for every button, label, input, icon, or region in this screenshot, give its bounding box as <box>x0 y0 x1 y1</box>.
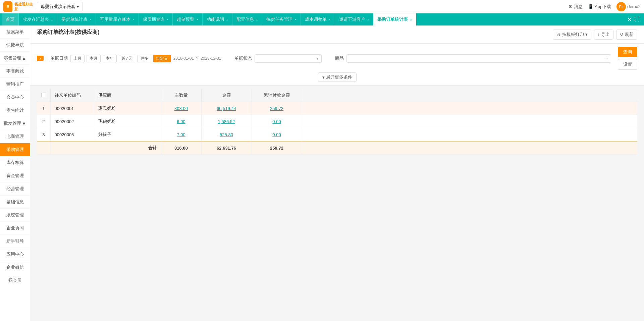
sidebar-item-label: 新手引导 <box>6 238 24 244</box>
tab-receive-send[interactable]: 收发存汇总表 × <box>19 13 57 25</box>
user-profile[interactable]: Ea demo2 <box>616 2 641 11</box>
cell-code: 00020002 <box>50 115 94 128</box>
cell-qty[interactable]: 303.00 <box>161 102 201 115</box>
th-paid: 累计付款金额 <box>252 89 302 102</box>
printer-icon: 🖨 <box>556 32 561 37</box>
tab-expiry-query[interactable]: 保质期查询 × <box>139 13 173 25</box>
close-icon[interactable]: × <box>132 18 135 21</box>
close-icon[interactable]: × <box>329 18 331 21</box>
goods-search-input[interactable] <box>347 55 602 62</box>
date-btn-last-month[interactable]: 上月 <box>70 55 85 62</box>
cell-paid[interactable]: 0.00 <box>252 128 302 142</box>
close-icon[interactable]: × <box>90 18 92 21</box>
date-btn-custom[interactable]: 自定义 <box>153 55 171 62</box>
tab-home[interactable]: 首页 <box>2 13 19 25</box>
sidebar-item-enterprise-wechat[interactable]: 企业微信 <box>0 261 30 274</box>
sidebar-item-system-mgmt[interactable]: 系统管理 <box>0 209 30 222</box>
sidebar-item-newbie-guide[interactable]: 新手引导 <box>0 235 30 248</box>
goods-input-more-icon[interactable]: ··· <box>602 55 611 62</box>
close-icon[interactable]: × <box>167 18 169 21</box>
sidebar-item-app-center[interactable]: 应用中心 <box>0 248 30 261</box>
avatar: Ea <box>616 2 626 11</box>
tab-available-stock[interactable]: 可用量库存账本 × <box>96 13 139 25</box>
sidebar-item-marketing[interactable]: 营销推广 <box>0 78 30 91</box>
sidebar-item-enterprise-collab[interactable]: 企业协同 <box>0 222 30 235</box>
cell-qty[interactable]: 6.00 <box>161 115 201 128</box>
tab-config[interactable]: 配置信息 × <box>232 13 262 25</box>
cell-paid[interactable]: 259.72 <box>252 102 302 115</box>
expand-conditions-button[interactable]: ▾ 展开更多条件 <box>318 72 357 82</box>
sidebar-item-retail-mgmt[interactable]: 零售管理 ▲ <box>0 52 30 65</box>
th-checkbox <box>37 89 50 102</box>
close-icon[interactable]: × <box>294 18 297 21</box>
date-filter-group: 单据日期 上月 本月 本年 近7天 更多 自定义 2016-01-01 至 20… <box>50 55 221 62</box>
tab-overstock-warning[interactable]: 超储预警 × <box>173 13 203 25</box>
date-end: 2023-12-31 <box>201 56 221 61</box>
print-button[interactable]: 🖨 按模板打印 ▾ <box>553 30 591 40</box>
sidebar-item-label: 系统管理 <box>6 212 24 217</box>
footer-qty: 316.00 <box>161 141 201 155</box>
date-btn-this-year[interactable]: 本年 <box>103 55 117 62</box>
tab-cost-adjust[interactable]: 成本调整单 × <box>301 13 335 25</box>
app-download-button[interactable]: 📱 App下载 <box>588 4 611 10</box>
date-btn-this-month[interactable]: 本月 <box>87 55 101 62</box>
tab-pick-task[interactable]: 拣货任务管理 × <box>262 13 301 25</box>
date-btn-7days[interactable]: 近7天 <box>119 55 135 62</box>
tab-invite-downstream[interactable]: 邀请下游客户 × <box>335 13 374 25</box>
th-qty: 主数量 <box>161 89 201 102</box>
close-icon[interactable]: × <box>367 18 369 21</box>
sidebar-item-shortcut[interactable]: 快捷导航 <box>0 39 30 52</box>
logo-text: 畅捷通好生意 <box>14 2 34 11</box>
cell-name: 好孩子 <box>94 128 161 142</box>
filter-collapse-toggle[interactable]: › <box>37 56 44 61</box>
close-all-icon[interactable]: ✕ <box>627 16 632 23</box>
workspace-selector[interactable]: 母婴行业演示账套 ▾ <box>37 2 83 11</box>
select-all-checkbox[interactable] <box>41 93 46 97</box>
cell-amount[interactable]: 525.80 <box>201 128 252 142</box>
sidebar-item-purchase-mgmt[interactable]: 采购管理 <box>0 143 30 156</box>
sidebar-item-finance[interactable]: 资金管理 <box>0 169 30 182</box>
cell-amount[interactable]: 1,586.52 <box>201 115 252 128</box>
sidebar-item-inventory[interactable]: 库存核算 <box>0 156 30 169</box>
sidebar-item-wholesale-mgmt[interactable]: 批发管理 ▼ <box>0 117 30 130</box>
close-icon[interactable]: × <box>51 18 53 21</box>
cell-name: 飞鹤奶粉 <box>94 115 161 128</box>
export-button[interactable]: ↑ 导出 <box>594 30 614 40</box>
tab-label: 配置信息 <box>236 16 254 22</box>
th-empty <box>302 89 637 102</box>
sidebar-item-operations[interactable]: 经营管理 <box>0 182 30 196</box>
th-amount: 金额 <box>201 89 252 102</box>
sidebar-item-member-plan[interactable]: 畅会员 <box>0 274 30 287</box>
fullscreen-icon[interactable]: ⛶ <box>634 16 640 22</box>
close-icon[interactable]: × <box>226 18 228 21</box>
sidebar-item-search[interactable]: 搜索菜单 <box>0 25 30 39</box>
close-icon[interactable]: × <box>256 18 258 21</box>
tab-purchase-summary[interactable]: 采购订单统计表 × <box>373 13 416 25</box>
close-icon[interactable]: × <box>196 18 198 21</box>
top-bar: 6 畅捷通好生意 母婴行业演示账套 ▾ ✉ 消息 📱 App下载 Ea demo… <box>0 0 644 13</box>
sidebar-item-member-center[interactable]: 会员中心 <box>0 91 30 104</box>
sidebar-item-retail-stats[interactable]: 零售统计 <box>0 104 30 117</box>
footer-empty-end <box>302 141 637 155</box>
tab-function-desc[interactable]: 功能说明 × <box>203 13 232 25</box>
tab-purchase-order[interactable]: 要货单统计表 × <box>57 13 96 25</box>
sidebar-item-ecommerce-mgmt[interactable]: 电商管理 <box>0 130 30 143</box>
title-actions: 🖨 按模板打印 ▾ ↑ 导出 ↺ 刷新 <box>553 30 638 40</box>
cell-empty <box>302 102 637 115</box>
expand-down-icon: ▾ <box>322 75 325 80</box>
sidebar-item-basic-info[interactable]: 基础信息 <box>0 196 30 209</box>
date-btn-more[interactable]: 更多 <box>137 55 151 62</box>
cell-qty[interactable]: 7.00 <box>161 128 201 142</box>
cell-paid[interactable]: 0.00 <box>252 115 302 128</box>
main-layout: 搜索菜单 快捷导航 零售管理 ▲ 零售商城 营销推广 会员中心 零售统计 批发管… <box>0 25 644 321</box>
query-button[interactable]: 查询 <box>618 47 637 57</box>
settings-button[interactable]: 设置 <box>618 59 637 70</box>
message-button[interactable]: ✉ 消息 <box>569 4 583 10</box>
sidebar-item-retail-mall[interactable]: 零售商城 <box>0 65 30 78</box>
refresh-button[interactable]: ↺ 刷新 <box>616 30 637 40</box>
cell-name: 惠氏奶粉 <box>94 102 161 115</box>
status-select[interactable]: ▾ <box>255 54 322 63</box>
close-icon[interactable]: × <box>410 18 412 21</box>
cell-no: 2 <box>37 115 50 128</box>
cell-amount[interactable]: 60,519.44 <box>201 102 252 115</box>
